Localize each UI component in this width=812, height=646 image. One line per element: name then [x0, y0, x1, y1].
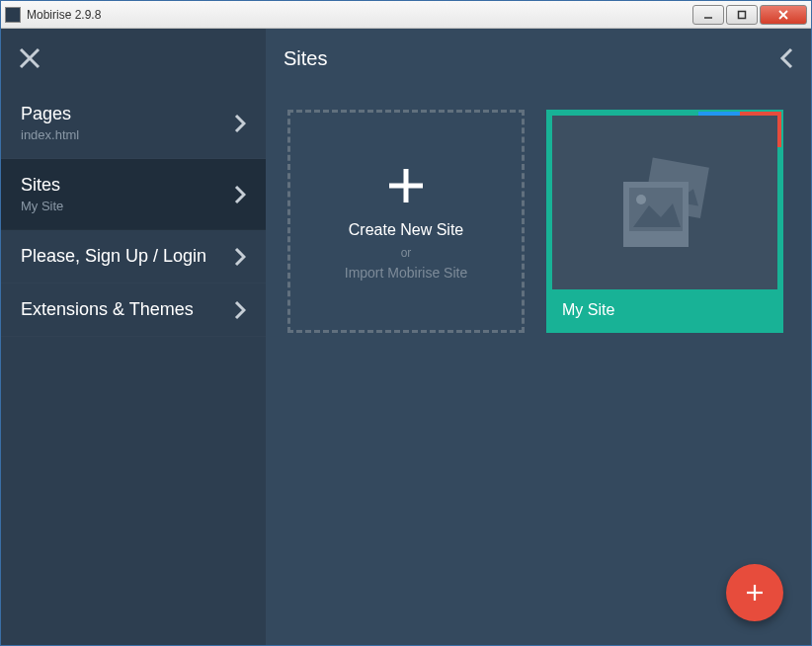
- site-tile[interactable]: My Site: [546, 110, 783, 333]
- sidebar-item-text: Pages index.html: [21, 104, 79, 142]
- app-body: Pages index.html Sites My Site Pleas: [1, 29, 811, 645]
- sidebar-item-text: Sites My Site: [21, 175, 63, 213]
- window-title: Mobirise 2.9.8: [27, 8, 692, 22]
- site-name-label: My Site: [548, 289, 781, 331]
- svg-point-13: [636, 195, 646, 204]
- svg-rect-1: [739, 11, 746, 18]
- create-site-tile[interactable]: Create New Site or Import Mobirise Site: [287, 110, 525, 333]
- chevron-right-icon: [234, 185, 246, 204]
- sidebar-item-extensions[interactable]: Extensions & Themes: [1, 283, 266, 337]
- add-fab-button[interactable]: [726, 564, 783, 621]
- minimize-icon: [702, 9, 714, 21]
- window-controls: [692, 5, 807, 25]
- sidebar-item-text: Extensions & Themes: [21, 299, 194, 320]
- sites-grid: Create New Site or Import Mobirise Site: [266, 88, 811, 355]
- site-thumbnail: [552, 116, 777, 289]
- minimize-button[interactable]: [692, 5, 724, 25]
- sidebar-item-title: Extensions & Themes: [21, 299, 194, 320]
- sidebar-item-pages[interactable]: Pages index.html: [1, 88, 266, 159]
- image-placeholder-icon: [606, 148, 724, 257]
- sidebar-item-signup[interactable]: Please, Sign Up / Login: [1, 230, 266, 283]
- close-window-button[interactable]: [760, 5, 807, 25]
- chevron-left-icon: [779, 47, 793, 69]
- sidebar-item-title: Pages: [21, 104, 79, 124]
- plus-icon: [743, 581, 767, 605]
- create-site-or: or: [401, 246, 412, 260]
- sidebar-item-sites[interactable]: Sites My Site: [1, 159, 266, 230]
- page-title: Sites: [284, 47, 327, 70]
- app-icon: [5, 7, 21, 23]
- maximize-button[interactable]: [726, 5, 758, 25]
- sidebar-item-text: Please, Sign Up / Login: [21, 246, 206, 267]
- main-header: Sites: [266, 29, 811, 88]
- sidebar-top: [1, 29, 266, 88]
- close-panel-button[interactable]: [17, 45, 42, 71]
- main-panel: Sites Create New Site or Import Mobirise…: [266, 29, 811, 645]
- import-site-link[interactable]: Import Mobirise Site: [345, 265, 467, 281]
- close-icon: [17, 45, 42, 71]
- chevron-right-icon: [234, 300, 246, 320]
- sidebar-item-sub: index.html: [21, 127, 79, 142]
- titlebar: Mobirise 2.9.8: [1, 1, 811, 29]
- back-button[interactable]: [779, 47, 793, 69]
- plus-icon: [383, 163, 429, 208]
- app-window: Mobirise 2.9.8: [0, 0, 812, 646]
- maximize-icon: [736, 9, 748, 21]
- svg-rect-14: [629, 233, 683, 241]
- create-site-label: Create New Site: [349, 221, 464, 239]
- sidebar-item-sub: My Site: [21, 199, 63, 213]
- close-window-icon: [776, 8, 790, 22]
- sidebar: Pages index.html Sites My Site Pleas: [1, 29, 266, 645]
- chevron-right-icon: [234, 247, 246, 267]
- sidebar-item-title: Sites: [21, 175, 63, 196]
- sidebar-item-title: Please, Sign Up / Login: [21, 246, 206, 267]
- chevron-right-icon: [234, 114, 246, 133]
